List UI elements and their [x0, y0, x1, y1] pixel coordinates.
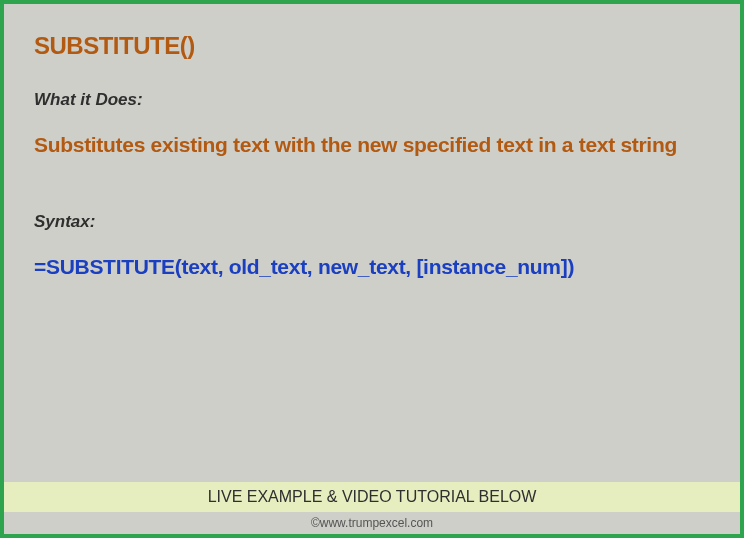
footer-credit: ©www.trumpexcel.com	[4, 516, 740, 530]
function-card: SUBSTITUTE() What it Does: Substitutes e…	[0, 0, 744, 538]
syntax-label: Syntax:	[34, 212, 710, 232]
what-it-does-label: What it Does:	[34, 90, 710, 110]
function-title: SUBSTITUTE()	[34, 32, 710, 60]
content-area: SUBSTITUTE() What it Does: Substitutes e…	[4, 4, 740, 288]
syntax-code: =SUBSTITUTE(text, old_text, new_text, [i…	[34, 246, 710, 288]
live-example-banner: LIVE EXAMPLE & VIDEO TUTORIAL BELOW	[4, 482, 740, 512]
function-description: Substitutes existing text with the new s…	[34, 124, 710, 166]
